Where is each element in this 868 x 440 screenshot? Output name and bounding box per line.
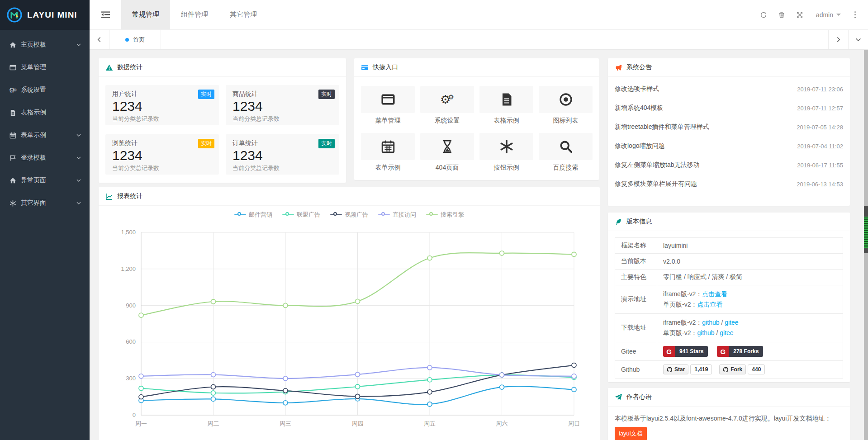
shortcut-404-page[interactable]: 404页面 <box>420 133 474 172</box>
hourglass-icon <box>441 140 454 153</box>
user-dropdown[interactable]: admin <box>809 11 848 19</box>
svg-text:300: 300 <box>126 375 136 382</box>
download-gitee-link[interactable]: gitee <box>725 319 738 326</box>
file-icon <box>9 109 17 117</box>
chevron-down-icon <box>76 178 81 183</box>
active-tab-dot <box>125 38 129 42</box>
flag-icon <box>9 154 17 162</box>
shortcuts-card: 快捷入口 菜单管理 ⚙⚙ 系统设置 表格示例 图标列表 表单示例 <box>354 58 599 180</box>
status-badge: 实时 <box>318 139 335 148</box>
collapse-sidebar-button[interactable] <box>90 0 121 29</box>
tab-scroll-right-button[interactable] <box>828 30 848 49</box>
gitee-forks-badge[interactable]: G 278 Forks <box>717 346 763 357</box>
github-fork-button[interactable]: Fork <box>719 364 746 374</box>
shortcuts-card-title: 快捷入口 <box>373 63 398 71</box>
sidebar-item-other-ui[interactable]: 其它界面 <box>0 192 90 214</box>
sidebar-item-login-template[interactable]: 登录模板 <box>0 147 90 169</box>
announcement-item[interactable]: 修改选项卡样式 2019-07-11 23:06 <box>615 80 843 99</box>
window-icon <box>381 93 395 106</box>
shortcut-system-settings[interactable]: ⚙⚙ 系统设置 <box>420 86 474 125</box>
version-row-label: 当前版本 <box>615 254 657 270</box>
scrollbar-thumb[interactable] <box>864 206 868 253</box>
version-row-label: 下载地址 <box>615 314 657 342</box>
download-github-link[interactable]: github <box>697 329 714 336</box>
announcement-item[interactable]: 修复多模块菜单栏展开有问题 2019-06-13 14:53 <box>615 175 843 194</box>
announcement-item[interactable]: 修复左侧菜单缩放tab无法移动 2019-06-17 11:55 <box>615 156 843 175</box>
trash-icon[interactable] <box>773 0 791 30</box>
asterisk-icon <box>500 140 513 153</box>
legend-marker-icon <box>282 212 294 218</box>
sidebar-item-error-pages[interactable]: 异常页面 <box>0 169 90 192</box>
search-icon <box>559 140 573 153</box>
shortcut-menu-management[interactable]: 菜单管理 <box>361 86 415 125</box>
leaf-icon <box>615 218 622 226</box>
sidebar-item-form-demo[interactable]: 表单示例 <box>0 124 90 147</box>
github-star-button[interactable]: Star <box>663 364 688 374</box>
stat-box-goods: 商品统计 1234 当前分类总记录数 实时 <box>226 85 339 125</box>
nav-tab-components[interactable]: 组件管理 <box>170 0 219 29</box>
github-fork-count[interactable]: 440 <box>748 364 765 374</box>
download-github-link[interactable]: github <box>702 319 719 326</box>
svg-text:周日: 周日 <box>568 420 580 427</box>
version-row-label: 主要特色 <box>615 270 657 285</box>
sidebar-menu: 主页模板 菜单管理 ⚙⚙ 系统设置 表格示例 表单示例 登录模板 异常页面 <box>0 30 90 214</box>
gitee-stars-badge[interactable]: G 941 Stars <box>663 346 708 357</box>
svg-text:周三: 周三 <box>280 420 291 427</box>
shortcut-form-demo[interactable]: 表单示例 <box>361 133 415 172</box>
github-star-count[interactable]: 1,419 <box>690 364 712 374</box>
shortcut-table-demo[interactable]: 表格示例 <box>479 86 533 125</box>
logo[interactable]: LAYUI MINI <box>0 0 90 30</box>
announcement-item[interactable]: 新增系统404模板 2019-07-11 12:57 <box>615 99 843 118</box>
caret-down-icon <box>836 14 841 16</box>
legend-marker-icon <box>426 212 438 218</box>
demo-link-iframe[interactable]: 点击查看 <box>702 290 727 298</box>
tab-operations-button[interactable] <box>848 30 868 49</box>
nav-tab-general[interactable]: 常规管理 <box>121 0 170 29</box>
github-octocat-icon <box>723 367 729 373</box>
sidebar-item-table-demo[interactable]: 表格示例 <box>0 101 90 124</box>
announcement-item[interactable]: 新增treetable插件和菜单管理样式 2019-07-05 14:28 <box>615 118 843 137</box>
layui-logo-icon <box>6 7 23 23</box>
fullscreen-icon[interactable] <box>791 0 809 30</box>
shortcut-icon-list[interactable]: 图标列表 <box>539 86 593 125</box>
legend-item-直接访问[interactable]: 直接访问 <box>378 211 416 219</box>
github-octocat-icon <box>667 367 673 373</box>
nav-tab-other[interactable]: 其它管理 <box>219 0 268 29</box>
layui-docs-button[interactable]: layui文档 <box>615 427 647 440</box>
legend-marker-icon <box>378 212 390 218</box>
legend-item-联盟广告[interactable]: 联盟广告 <box>282 211 320 219</box>
sidebar-item-system-settings[interactable]: ⚙⚙ 系统设置 <box>0 79 90 101</box>
tab-home[interactable]: 首页 <box>109 30 161 49</box>
legend-marker-icon <box>330 212 342 218</box>
shortcut-button-demo[interactable]: 按钮示例 <box>479 133 533 172</box>
logo-title: LAYUI MINI <box>27 10 77 20</box>
download-gitee-link[interactable]: gitee <box>720 329 733 336</box>
tab-scroll-left-button[interactable] <box>90 30 109 49</box>
shortcut-baidu-search[interactable]: 百度搜索 <box>539 133 593 172</box>
sidebar-item-menu-management[interactable]: 菜单管理 <box>0 56 90 79</box>
home-icon <box>9 177 17 185</box>
status-badge: 实时 <box>198 90 214 99</box>
main-features: 零门槛 / 响应式 / 清爽 / 极简 <box>657 270 843 285</box>
announcement-item[interactable]: 修改logo缩放问题 2019-07-04 11:02 <box>615 137 843 156</box>
github-badges: Star 1,419 Fork 440 <box>657 361 843 378</box>
main-content: 数据统计 用户统计 1234 当前分类总记录数 实时 商品统计 1234 当前分… <box>90 50 868 440</box>
refresh-icon[interactable] <box>754 0 773 30</box>
chevron-down-icon <box>76 132 81 138</box>
legend-item-视频广告[interactable]: 视频广告 <box>330 211 368 219</box>
svg-text:周一: 周一 <box>135 420 147 427</box>
demo-link-spa[interactable]: 点击查看 <box>697 301 722 308</box>
sidebar-item-home-template[interactable]: 主页模板 <box>0 33 90 56</box>
gears-icon: ⚙⚙ <box>440 94 454 105</box>
asterisk-icon <box>9 199 17 207</box>
gitee-logo: G <box>663 346 675 357</box>
announcements-card-title: 系统公告 <box>626 63 652 71</box>
vertical-scrollbar[interactable] <box>864 50 868 440</box>
more-options-icon[interactable] <box>848 0 862 30</box>
window-icon <box>9 64 17 71</box>
legend-item-搜索引擎[interactable]: 搜索引擎 <box>426 211 464 219</box>
legend-marker-icon <box>234 212 246 218</box>
legend-item-邮件营销[interactable]: 邮件营销 <box>234 211 272 219</box>
report-chart-svg[interactable]: 03006009001,2001,500周一周二周三周四周五周六周日 <box>105 219 593 436</box>
calendar-icon <box>9 132 17 139</box>
